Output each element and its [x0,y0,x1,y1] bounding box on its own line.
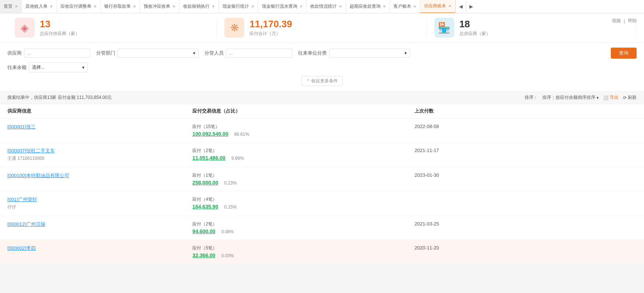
table-row: [001]广州荣轩 仔仔 应付（4笔） 164,635.90 0.15% [0,191,644,216]
filter-dept: 分管部门 ▾ [96,49,199,58]
tx-percent: 9.89% [231,156,244,161]
tx-percent: 0.15% [224,204,237,210]
nav-overdue-query[interactable]: 超期应收款查询 ✕ [346,0,390,13]
supplier-sub: 仔仔 [7,204,192,210]
filter-supplier: 供应商 ... [7,49,90,58]
total-suppliers-number: 18 [459,18,490,30]
transaction-info: 应付（2笔） 94,600.00 0.08% [192,221,414,234]
summary-header: ◈ 13 总应付供应商（家） ❋ 11,170.39 应付合计（万） 🏪 18 … [0,13,644,42]
tx-amount[interactable]: 164,635.90 [192,204,218,210]
filter-balance: 往来余额 选择... ▾ [7,62,88,72]
supplier-link[interactable]: [000012]广州贝瑞 [7,221,45,227]
person-input[interactable]: ... [226,49,292,58]
supplier-link[interactable]: [001]广州荣轩 [7,197,37,202]
tx-amount[interactable]: 100,092,540.00 [192,131,228,137]
collapse-button[interactable]: ⌃ 收起更多条件 [301,76,343,86]
refresh-button[interactable]: ⟳ 刷新 [623,94,637,101]
chevron-up-icon: ⌃ [306,79,310,84]
tx-percent: 0.23% [224,180,237,186]
nav-receipt-stat[interactable]: 收款情况统计 ✕ [307,0,346,13]
tx-amount[interactable]: 11,051,486.00 [192,155,225,161]
tx-label: 应付（4笔） [192,196,414,203]
nav-other-income[interactable]: 其他收入单 ✕ [22,0,57,13]
nav-next-arrow[interactable]: ▶ [466,0,476,13]
video-link[interactable]: 视频 [612,18,621,24]
help-link[interactable]: 帮助 [628,18,637,24]
supplier-link[interactable]: [000007]恒旺二手叉车 [7,148,55,154]
supplier-sub: 王通 17106110000 [7,155,192,162]
nav-cash-bank-stat[interactable]: 现金银行统计 ✕ [219,0,258,13]
dept-select[interactable]: ▾ [118,49,199,58]
lastpay-date: 2022-08-08 [414,124,563,129]
tx-label: 应付（5笔） [192,245,414,251]
payable-suppliers-label: 总应付供应商（家） [40,31,80,37]
tx-amount[interactable]: 94,600.00 [192,228,215,234]
transaction-info: 应付（15笔） 100,092,540.00 89.61% [192,124,414,137]
nav-supplier-ledger[interactable]: 供应商账本 ✕ [420,0,455,13]
filter-row-2: 往来余额 选择... ▾ [7,62,637,72]
close-icon[interactable]: ✕ [15,4,18,8]
close-icon[interactable]: ✕ [448,4,451,8]
payable-total-label: 应付合计（万） [249,31,292,37]
table-header: 供应商信息 应付交易信息（占比） 上次付数 [0,104,644,118]
person-label: 分管人员 [204,50,224,56]
nav-customer-ledger[interactable]: 客户账本 ✕ [390,0,420,13]
sort-label: 排序： [525,94,538,101]
chevron-down-icon: ▾ [405,51,407,56]
table-body: [000001]张三 应付（15笔） 100,092,540.00 89.61%… [0,118,644,264]
result-bar: 搜索结果中，供应商13家 应付金额 111,703,854.00元 排序： 排序… [0,92,644,104]
table-row: [000007]恒旺二手叉车 王通 17106110000 应付（2笔） 11,… [0,142,644,167]
nav-cash-flow-query[interactable]: 现金银行流水查询 ✕ [258,0,307,13]
supplier-link[interactable]: [000100]本特勤油品有限公司 [7,173,69,178]
table-row: [000002]李四 应付（5笔） 32,366.00 0.03% 2020-1… [0,240,644,264]
balance-select[interactable]: 选择... ▾ [29,62,88,72]
close-icon[interactable]: ✕ [133,4,136,8]
payable-suppliers-icon: ◈ [15,18,35,38]
transaction-info: 应付（2笔） 11,051,486.00 9.89% [192,148,414,161]
sort-button[interactable]: 排序：按应付余额倒序排序 ▾ [542,94,599,101]
chevron-down-icon: ▾ [82,65,84,70]
summary-card-payable-suppliers: ◈ 13 总应付供应商（家） [7,18,217,38]
data-table: 供应商信息 应付交易信息（占比） 上次付数 [000001]张三 应付（15笔）… [0,104,644,264]
nav-home[interactable]: 首页 ✕ [0,0,22,13]
close-icon[interactable]: ✕ [300,4,302,8]
nav-verify-execute[interactable]: 收款核销执行 ✕ [179,0,219,13]
query-button[interactable]: 查询 [611,48,637,59]
nav-prev-arrow[interactable]: ◀ [455,0,466,13]
header-lastpay: 上次付数 [414,108,563,114]
close-icon[interactable]: ✕ [94,4,97,8]
close-icon[interactable]: ✕ [339,4,342,8]
close-icon[interactable]: ✕ [251,4,254,8]
supplier-link[interactable]: [000001]张三 [7,124,36,130]
nav-prepay-receivable[interactable]: 预收冲应收单 ✕ [140,0,179,13]
link-separator: | [624,18,625,24]
payable-total-icon: ❋ [224,18,244,38]
supplier-input[interactable]: ... [24,49,90,58]
export-button[interactable]: ⬜ 导出 [603,94,619,101]
result-text: 搜索结果中，供应商13家 应付金额 111,703,854.00元 [7,94,112,101]
refresh-icon: ⟳ [623,95,627,100]
supplier-info: [001]广州荣轩 仔仔 [7,196,192,210]
close-icon[interactable]: ✕ [413,4,416,8]
sort-area: 排序： 排序：按应付余额倒序排序 ▾ ⬜ 导出 ⟳ 刷新 [525,94,637,101]
table-row: [000100]本特勤油品有限公司 应付（1笔） 258,000.00 0.23… [0,167,644,191]
table-row: [000012]广州贝瑞 应付（2笔） 94,600.00 0.08% 2021… [0,216,644,240]
transaction-info: 应付（4笔） 164,635.90 0.15% [192,196,414,210]
tx-amount[interactable]: 258,000.00 [192,180,218,186]
balance-label: 往来余额 [7,64,27,71]
lastpay-date: 2023-01-30 [414,172,563,178]
supplier-info: [000002]李四 [7,245,192,252]
category-select[interactable]: ▾ [329,49,410,58]
tx-percent: 89.61% [234,132,249,137]
tx-percent: 0.03% [221,253,234,258]
close-icon[interactable]: ✕ [172,4,175,8]
supplier-link[interactable]: [000002]李四 [7,245,36,251]
nav-bank-deposit[interactable]: 银行存取款单 ✕ [101,0,140,13]
category-label: 往来单位分类 [298,50,327,56]
nav-adjust[interactable]: 应收应付调整单 ✕ [57,0,101,13]
close-icon[interactable]: ✕ [383,4,386,8]
close-icon[interactable]: ✕ [212,4,215,8]
close-icon[interactable]: ✕ [50,4,53,8]
tx-amount[interactable]: 32,366.00 [192,252,215,258]
dept-label: 分管部门 [96,50,115,56]
